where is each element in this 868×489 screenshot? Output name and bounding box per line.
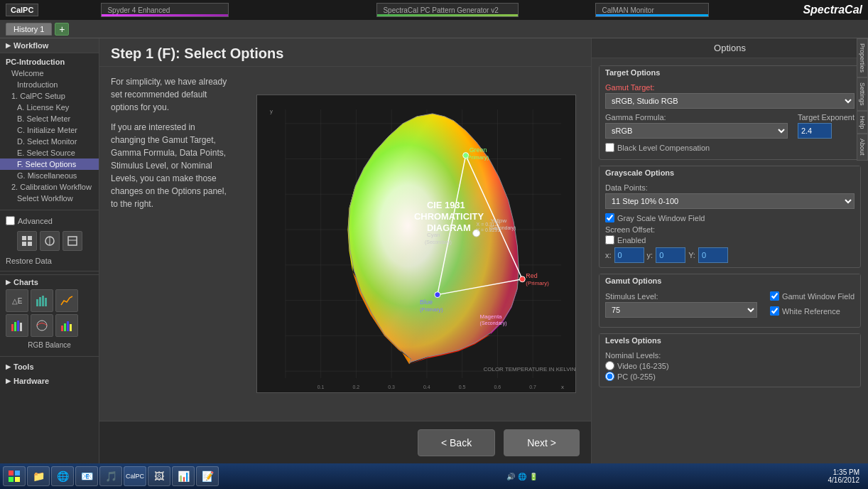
chart-area: Green (Primary) Red (Primary) Blue (Prim… <box>242 67 591 421</box>
gamut-target-select[interactable]: sRGB, Studio RGB <box>605 93 855 109</box>
data-points-select[interactable]: 11 Step 10% 0-100 <box>605 193 855 209</box>
gamut-window-checkbox[interactable] <box>770 291 779 301</box>
sidebar-item-initialize-meter[interactable]: C. Initialize Meter <box>0 124 99 136</box>
advanced-checkbox[interactable] <box>6 216 15 225</box>
svg-rect-17 <box>61 326 63 331</box>
svg-rect-82 <box>9 471 13 475</box>
sidebar-item-welcome[interactable]: Welcome <box>0 68 99 79</box>
history-tab[interactable]: History 1 <box>6 23 52 36</box>
sidebar-item-miscellaneous[interactable]: G. Miscellaneous <box>0 170 99 181</box>
calpc-taskbar-btn[interactable]: CalPC <box>124 466 146 486</box>
chart-icon-6[interactable] <box>55 314 78 337</box>
pc-radio[interactable] <box>605 372 614 381</box>
x-input[interactable] <box>614 247 644 263</box>
settings-tab[interactable]: Settings <box>857 77 868 111</box>
svg-text:0.5: 0.5 <box>459 385 466 389</box>
video-radio[interactable] <box>605 361 614 370</box>
taskbar-btn-7[interactable]: 🖼 <box>148 466 170 486</box>
properties-tab[interactable]: Properties <box>857 38 868 77</box>
next-button[interactable]: Next > <box>504 429 580 456</box>
taskbar-btn-8[interactable]: 📊 <box>172 466 195 486</box>
stimulus-select[interactable]: 75 <box>605 302 757 318</box>
target-options-section: Target Options Gamut Target: sRGB, Studi… <box>599 65 861 160</box>
back-button[interactable]: < Back <box>418 429 495 456</box>
taskbar-btn-5[interactable]: 🎵 <box>99 466 122 486</box>
sidebar-item-select-source[interactable]: E. Select Source <box>0 147 99 158</box>
Y-input[interactable] <box>698 247 728 263</box>
screen-offset-label: Screen Offset: <box>605 225 855 234</box>
chart-icon-3[interactable] <box>55 289 78 312</box>
help-tab[interactable]: Help <box>857 111 868 134</box>
about-tab[interactable]: About <box>857 134 868 161</box>
system-tray: 🔊 🌐 🔋 <box>506 473 541 480</box>
grayscale-options-title: Grayscale Options <box>600 166 860 179</box>
gamut-window-row: Gamut Window Field <box>770 291 855 301</box>
start-button[interactable] <box>3 466 26 486</box>
gray-scale-window-checkbox[interactable] <box>605 213 614 222</box>
gamma-formula-select[interactable]: sRGB <box>605 123 788 139</box>
sidebar-item-calpc-setup[interactable]: 1. CalPC Setup <box>0 90 99 102</box>
icon-box-1[interactable] <box>17 231 37 251</box>
black-level-checkbox[interactable] <box>605 143 614 152</box>
pc-label: PC (0-255) <box>617 372 656 381</box>
svg-text:(Secondary): (Secondary) <box>425 240 452 245</box>
svg-point-52 <box>519 276 525 282</box>
sidebar-item-select-options[interactable]: F. Select Options <box>0 158 99 170</box>
video-label: Video (16-235) <box>617 362 669 370</box>
sidebar-item-select-monitor[interactable]: D. Select Monitor <box>0 136 99 147</box>
svg-text:0.7: 0.7 <box>529 385 536 389</box>
svg-rect-1 <box>28 236 32 240</box>
hardware-section[interactable]: ▶ Hardware <box>0 374 99 388</box>
chart-icon-1[interactable]: △E <box>6 289 28 312</box>
top-bar: CalPC Spyder 4 Enhanced SpectraCal PC Pa… <box>0 0 868 20</box>
target-options-body: Gamut Target: sRGB, Studio RGB Gamma For… <box>600 79 860 159</box>
stimulus-row: Stimulus Level: 75 Gamut Window Field <box>605 291 855 318</box>
icon-box-3[interactable] <box>63 231 82 251</box>
para2: If you are interested in changing the Ga… <box>111 121 230 210</box>
y-input[interactable] <box>656 247 685 263</box>
sidebar-icon-group <box>0 228 99 254</box>
tab-bar: History 1 + <box>0 20 868 38</box>
sidebar-workflow-header: ▶ Workflow <box>0 38 99 53</box>
options-panel: Options Target Options Gamut Target: sRG… <box>591 38 868 463</box>
chart-icon-4[interactable] <box>6 314 28 337</box>
restore-data-btn[interactable]: Restore Data <box>0 254 99 268</box>
add-tab-button[interactable]: + <box>55 23 69 36</box>
gamut-options-title: Gamut Options <box>600 274 860 287</box>
svg-rect-3 <box>28 242 32 246</box>
icon-box-2[interactable] <box>40 231 60 251</box>
sidebar-item-introduction[interactable]: Introduction <box>0 79 99 90</box>
taskbar-btn-2[interactable]: 📁 <box>27 466 50 486</box>
svg-rect-9 <box>39 297 41 306</box>
white-ref-checkbox[interactable] <box>770 306 779 316</box>
chart-icon-2[interactable] <box>31 289 53 312</box>
taskbar-btn-4[interactable]: 📧 <box>75 466 98 486</box>
svg-point-53 <box>435 292 440 298</box>
device1: Spyder 4 Enhanced <box>101 3 229 17</box>
taskbar-btn-3[interactable]: 🌐 <box>51 466 74 486</box>
sidebar-item-select-meter[interactable]: B. Select Meter <box>0 113 99 124</box>
svg-rect-19 <box>67 321 69 331</box>
enabled-checkbox[interactable] <box>605 235 614 244</box>
taskbar-btn-9[interactable]: 📝 <box>196 466 219 486</box>
sidebar-item-calibration-workflow[interactable]: 2. Calibration Workflow <box>0 181 99 193</box>
target-exponent-input[interactable]: 2.4 <box>798 123 832 139</box>
levels-options-title: Levels Options <box>600 334 860 347</box>
content-header: Step 1 (F): Select Options <box>99 38 591 67</box>
svg-rect-85 <box>15 477 20 482</box>
black-level-label: Black Level Compensation <box>617 144 710 152</box>
svg-text:0.6: 0.6 <box>494 385 501 389</box>
enabled-row: Enabled <box>605 235 855 244</box>
sidebar-item-pc-introduction[interactable]: PC-Introduction <box>0 56 99 68</box>
charts-label[interactable]: ▶ Charts <box>6 278 93 286</box>
svg-rect-12 <box>11 324 13 331</box>
sidebar-item-license-key[interactable]: A. License Key <box>0 102 99 113</box>
tools-section[interactable]: ▶ Tools <box>0 360 99 374</box>
svg-text:Y = 0.3291: Y = 0.3291 <box>477 227 501 232</box>
grayscale-options-body: Data Points: 11 Step 10% 0-100 Gray Scal… <box>600 179 860 267</box>
chart-icon-5[interactable] <box>31 314 53 337</box>
target-exponent-label: Target Exponent <box>798 113 855 122</box>
svg-rect-84 <box>9 477 13 482</box>
page-title: Step 1 (F): Select Options <box>111 45 580 62</box>
sidebar-item-select-workflow[interactable]: Select Workflow <box>0 193 99 204</box>
